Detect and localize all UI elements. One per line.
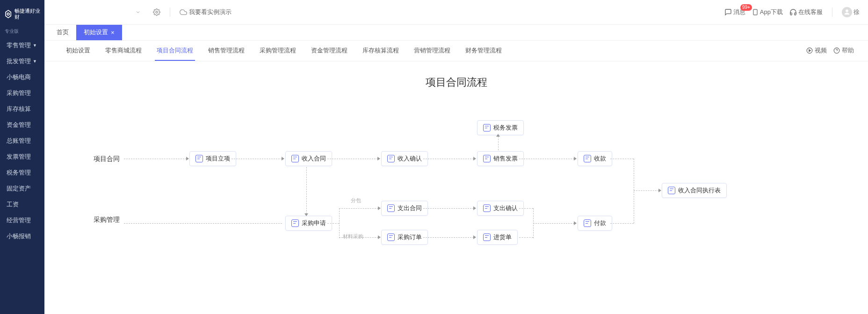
sidebar-item-label: 工资 xyxy=(7,200,19,209)
flow-node-swfp[interactable]: 税务发票 xyxy=(477,120,524,135)
flow-node-sk[interactable]: 收款 xyxy=(578,151,612,166)
chevron-down-icon xyxy=(135,9,141,15)
doc-icon xyxy=(668,187,675,194)
sidebar-item-8[interactable]: 税务管理 xyxy=(0,165,44,181)
arrow-icon xyxy=(473,157,476,161)
connector xyxy=(519,237,533,238)
sub-tab-1[interactable]: 零售商城流程 xyxy=(98,41,149,61)
messages-button[interactable]: 消息 99+ xyxy=(724,8,745,16)
mini-cailiao: 材料采购 xyxy=(343,233,363,240)
arrow-icon xyxy=(473,235,476,239)
gear-icon[interactable] xyxy=(153,8,160,16)
play-icon xyxy=(806,47,813,54)
sidebar-item-3[interactable]: 采购管理 xyxy=(0,85,44,101)
flow-node-jhd[interactable]: 进货单 xyxy=(477,230,518,245)
connector xyxy=(423,237,474,238)
message-icon xyxy=(724,8,732,16)
sub-tab-7[interactable]: 营销管理流程 xyxy=(406,41,458,61)
flow-node-xmlx[interactable]: 项目立项 xyxy=(189,151,236,166)
connector xyxy=(306,167,307,214)
sub-tab-6[interactable]: 库存核算流程 xyxy=(355,41,406,61)
caret-down-icon: ▼ xyxy=(33,59,37,64)
edition-label: 专业版 xyxy=(0,28,44,35)
flow-node-srht[interactable]: 收入合同 xyxy=(285,151,332,166)
arrow-icon xyxy=(574,157,577,161)
flow-node-cgdd[interactable]: 采购订单 xyxy=(381,230,428,245)
flow-node-zcht[interactable]: 支出合同 xyxy=(381,201,428,216)
divider xyxy=(832,7,832,17)
sidebar-item-label: 总账管理 xyxy=(7,137,31,145)
sidebar-item-label: 采购管理 xyxy=(7,89,31,97)
service-button[interactable]: 在线客服 xyxy=(789,8,823,16)
sub-tab-4[interactable]: 采购管理流程 xyxy=(252,41,304,61)
sub-tab-5[interactable]: 资金管理流程 xyxy=(304,41,355,61)
doc-icon xyxy=(483,234,491,241)
page-tab-1[interactable]: 初始设置× xyxy=(76,25,122,40)
sub-tab-8[interactable]: 财务管理流程 xyxy=(458,41,509,61)
connector xyxy=(634,159,634,190)
doc-icon xyxy=(291,155,299,162)
flow-node-zcqr[interactable]: 支出确认 xyxy=(477,201,524,216)
doc-icon xyxy=(584,155,591,162)
messages-badge: 99+ xyxy=(740,4,752,11)
flow-node-label: 支出确认 xyxy=(493,204,518,212)
doc-icon xyxy=(387,155,395,162)
sidebar-item-4[interactable]: 库存核算 xyxy=(0,101,44,117)
page-tab-0[interactable]: 首页 xyxy=(49,25,76,40)
connector xyxy=(533,223,574,224)
sidebar-item-1[interactable]: 批发管理▼ xyxy=(0,53,44,69)
sub-tab-2[interactable]: 项目合同流程 xyxy=(149,41,201,61)
sidebar-item-11[interactable]: 经营管理 xyxy=(0,212,44,228)
sidebar: 畅捷通好业财 专业版 零售管理▼批发管理▼小畅电商采购管理库存核算资金管理总账管… xyxy=(0,0,44,314)
headset-icon xyxy=(789,8,797,16)
sub-tab-0[interactable]: 初始设置 xyxy=(58,41,98,61)
help-button[interactable]: 帮助 xyxy=(833,46,854,55)
flow-node-srqr[interactable]: 收入确认 xyxy=(381,151,428,166)
caret-down-icon: ▼ xyxy=(33,43,37,48)
sidebar-item-label: 资金管理 xyxy=(7,121,31,129)
flow-node-label: 项目立项 xyxy=(206,154,230,163)
flow-node-cgsq[interactable]: 采购申请 xyxy=(285,216,332,231)
help-icon xyxy=(833,47,840,54)
close-icon[interactable]: × xyxy=(111,29,115,36)
connector xyxy=(634,190,659,191)
connector xyxy=(327,223,339,224)
flow-node-label: 收入确认 xyxy=(398,154,422,163)
sidebar-item-label: 固定资产 xyxy=(7,184,31,193)
flow-node-label: 支出合同 xyxy=(398,204,422,212)
connector xyxy=(634,191,634,223)
content: 项目合同流程 项目合同采购管理项目立项收入合同收入确认销售发票税务发票收款收入合… xyxy=(44,61,868,314)
sidebar-item-0[interactable]: 零售管理▼ xyxy=(0,37,44,53)
arrow-icon xyxy=(282,157,284,161)
sidebar-item-label: 小畅报销 xyxy=(7,232,31,241)
company-dropdown[interactable] xyxy=(53,9,146,15)
connector xyxy=(339,208,378,209)
doc-icon xyxy=(195,155,203,162)
flow-node-label: 销售发票 xyxy=(493,154,518,163)
video-button[interactable]: 视频 xyxy=(806,46,827,55)
sub-tab-3[interactable]: 销售管理流程 xyxy=(201,41,252,61)
arrow-icon xyxy=(378,235,381,239)
app-label: App下载 xyxy=(760,8,783,16)
flow-node-xsfp[interactable]: 销售发票 xyxy=(477,151,524,166)
sidebar-item-9[interactable]: 固定资产 xyxy=(0,181,44,197)
flow-node-srhtzxb[interactable]: 收入合同执行表 xyxy=(662,183,727,198)
demo-link[interactable]: 我要看实例演示 xyxy=(180,8,231,16)
sidebar-item-12[interactable]: 小畅报销 xyxy=(0,228,44,244)
sidebar-item-5[interactable]: 资金管理 xyxy=(0,117,44,133)
sidebar-item-7[interactable]: 发票管理 xyxy=(0,149,44,165)
connector xyxy=(339,237,378,238)
sidebar-item-2[interactable]: 小畅电商 xyxy=(0,69,44,85)
connector xyxy=(610,223,634,224)
connector xyxy=(124,159,187,159)
brand-logo: 畅捷通好业财 xyxy=(0,0,44,28)
user-menu[interactable]: 徐 xyxy=(842,7,860,17)
sidebar-item-10[interactable]: 工资 xyxy=(0,197,44,212)
brand-icon xyxy=(4,9,13,19)
sidebar-item-6[interactable]: 总账管理 xyxy=(0,133,44,149)
demo-label: 我要看实例演示 xyxy=(189,8,231,16)
flow-node-fk[interactable]: 付款 xyxy=(578,216,612,231)
arrow-icon xyxy=(574,221,577,225)
connector xyxy=(610,159,634,159)
app-download-button[interactable]: App下载 xyxy=(752,8,783,16)
